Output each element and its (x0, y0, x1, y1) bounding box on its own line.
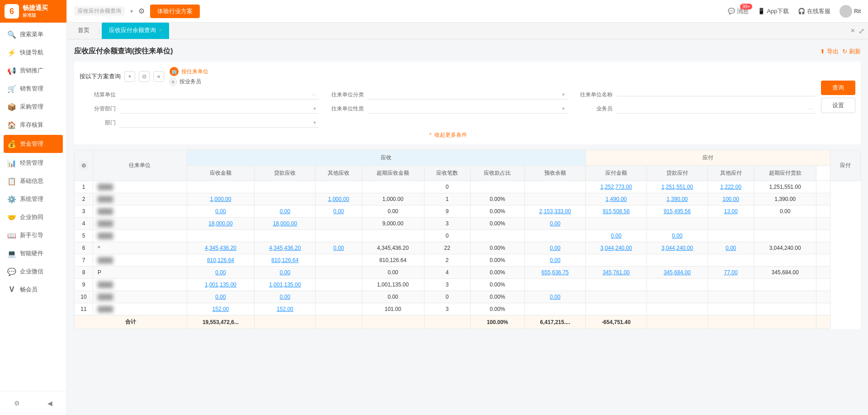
sidebar-item-quicknav[interactable]: ⚡ 快捷导航 (0, 43, 66, 62)
row-ap-other (708, 254, 754, 267)
row-index: 1 (75, 181, 93, 193)
app-download-label: App下载 (767, 7, 789, 15)
tab-ar-ap-query[interactable]: 应收应付余额查询 × (102, 23, 169, 39)
sidebar-nav: 🔍 搜索菜单 ⚡ 快捷导航 📢 营销推广 🛒 销售管理 📦 采购管理 🏠 库存核… (0, 23, 66, 391)
row-ar-overdue: 101.00 (362, 303, 424, 315)
row-index: 7 (75, 254, 93, 267)
row-partner: ████ (93, 254, 187, 267)
row-ap-loan (646, 291, 708, 303)
settlement-unit-input[interactable]: ··· (119, 90, 319, 100)
row-ap-tail (816, 254, 830, 267)
th-ap-other: 其他应付 (708, 166, 754, 181)
query-buttons: 查询 设置 (821, 67, 855, 113)
sidebar-item-guide[interactable]: 📖 新手引导 (0, 226, 66, 244)
footer-ap-total: -654,751.40 (585, 315, 646, 329)
row-ar-loan (255, 230, 316, 242)
row-ar-other (316, 254, 362, 267)
row-ar-count: 3 (424, 303, 470, 315)
row-ap-overdue (754, 230, 816, 242)
sidebar-settings-button[interactable]: ⚙ (10, 396, 24, 410)
row-ar-loan: 0.00 (255, 205, 316, 218)
export-button[interactable]: ⬆ 导出 (820, 48, 839, 56)
sidebar-item-search[interactable]: 🔍 搜索菜单 (0, 25, 66, 43)
sidebar-item-system[interactable]: ⚙️ 系统管理 (0, 190, 66, 208)
by-partner-icon: 🏢 (170, 67, 179, 76)
row-ap-other: 1,222.00 (708, 181, 754, 193)
sidebar-item-marketing[interactable]: 📢 营销推广 (0, 62, 66, 80)
th-ar-other: 其他应收 (316, 166, 362, 181)
tab-home[interactable]: 首页 (71, 23, 97, 39)
sidebar-item-vip[interactable]: V 畅会员 (0, 281, 66, 299)
collapse-more-button[interactable]: ⌃ 收起更多条件 (428, 131, 467, 139)
user-profile[interactable]: Rit (840, 5, 861, 18)
partner-category-input[interactable]: ▾ (368, 90, 567, 100)
close-window-button[interactable]: × (851, 27, 855, 35)
sidebar-item-basic[interactable]: 📋 基础信息 (0, 172, 66, 190)
dept-manager-chevron: ▾ (313, 105, 316, 112)
app-download-button[interactable]: 📱 App下载 (758, 7, 789, 15)
table-row: 7 ████ 810,126.64 810,126.64 810,126.64 … (75, 254, 861, 267)
inventory-icon: 🏠 (7, 120, 16, 129)
row-ap-tail (816, 303, 830, 315)
row-ap-other (708, 291, 754, 303)
filter-fields: 结算单位 ··· 往来单位分类 ▾ (80, 90, 816, 128)
add-scheme-button[interactable]: + (124, 71, 135, 82)
message-icon: 💬 (728, 8, 735, 14)
row-ar-prepay (524, 279, 585, 291)
table-settings-icon[interactable]: ⚙ (79, 161, 88, 170)
partner-category-label: 往来单位分类 (328, 91, 364, 99)
row-ap-overdue (754, 218, 816, 230)
partner-nature-chevron: ▾ (562, 105, 565, 112)
row-ar-ratio: 0.00% (470, 242, 524, 254)
tab-home-label: 首页 (78, 26, 90, 34)
row-ap-loan: 915,495.56 (646, 205, 708, 218)
row-ap-tail (816, 218, 830, 230)
sidebar-item-purchase[interactable]: 📦 采购管理 (0, 98, 66, 116)
row-ar-amount: 0.00 (187, 291, 255, 303)
salesperson-label: 业务员 (576, 105, 613, 113)
dept-input[interactable]: ▾ (119, 118, 319, 128)
th-ap-tail: 应付 (830, 150, 861, 181)
scheme-option-by-partner[interactable]: 🏢 按往来单位 (170, 67, 208, 76)
message-button[interactable]: 💬 消息 99+ (728, 7, 749, 15)
settings-gear-icon[interactable]: ⚙ (138, 7, 145, 15)
data-table-container: ⚙ 往来单位 应收 应付 应付 应收金额 贷款应收 其他应收 超期应收金额 应收… (74, 150, 861, 329)
collapse-up-icon: ⌃ (428, 132, 433, 138)
row-ap-overdue (754, 303, 816, 315)
industry-plan-button[interactable]: 体验行业方案 (150, 5, 200, 18)
sidebar-item-collab[interactable]: 🤝 企业协同 (0, 208, 66, 226)
partner-name-input[interactable] (616, 93, 816, 96)
salesperson-input[interactable]: ··· (616, 104, 816, 114)
setting-button[interactable]: 设置 (821, 98, 855, 113)
sidebar-item-finance[interactable]: 💰 资金管理 (4, 135, 63, 153)
message-badge: 99+ (740, 4, 752, 10)
online-service-button[interactable]: 🎧 在线客服 (798, 7, 830, 15)
sidebar-collapse-button[interactable]: ◀ (44, 396, 56, 410)
sidebar-item-sales[interactable]: 🛒 销售管理 (0, 80, 66, 98)
scheme-option-by-salesperson[interactable]: ⊙ 按业务员 (170, 78, 208, 86)
tab-separator: | (99, 28, 100, 34)
row-ar-prepay: 655,636.75 (524, 267, 585, 279)
sidebar-item-inventory[interactable]: 🏠 库存核算 (0, 116, 66, 134)
partner-nature-input[interactable]: ▾ (368, 104, 567, 114)
filter-scheme-label: 按以下方案查询 (80, 72, 121, 81)
maximize-window-button[interactable]: ⤢ (859, 27, 864, 35)
row-ap-loan (646, 279, 708, 291)
dropdown-arrow-icon[interactable]: ▾ (130, 8, 133, 14)
sidebar-item-wechat[interactable]: 💬 企业微信 (0, 262, 66, 281)
filter-partner-name: 往来单位名称 (576, 90, 816, 100)
row-ar-overdue: 1,001,135.00 (362, 279, 424, 291)
edit-scheme-button[interactable]: ⊙ (139, 71, 150, 82)
sidebar-item-hardware[interactable]: 💻 智能硬件 (0, 244, 66, 262)
sidebar-item-operations[interactable]: 📊 经营管理 (0, 154, 66, 172)
row-partner: ████ (93, 291, 187, 303)
query-button[interactable]: 查询 (821, 81, 855, 95)
sales-icon: 🛒 (7, 84, 16, 93)
collapse-scheme-button[interactable]: « (153, 71, 164, 82)
search-menu-icon: 🔍 (7, 30, 16, 39)
vip-icon: V (7, 285, 16, 294)
refresh-button[interactable]: ↻ 刷新 (842, 48, 861, 56)
dept-manager-input[interactable]: ▾ (119, 104, 319, 114)
tab-close-icon[interactable]: × (159, 27, 162, 33)
row-ap-overdue: 3,044,240.00 (754, 242, 816, 254)
